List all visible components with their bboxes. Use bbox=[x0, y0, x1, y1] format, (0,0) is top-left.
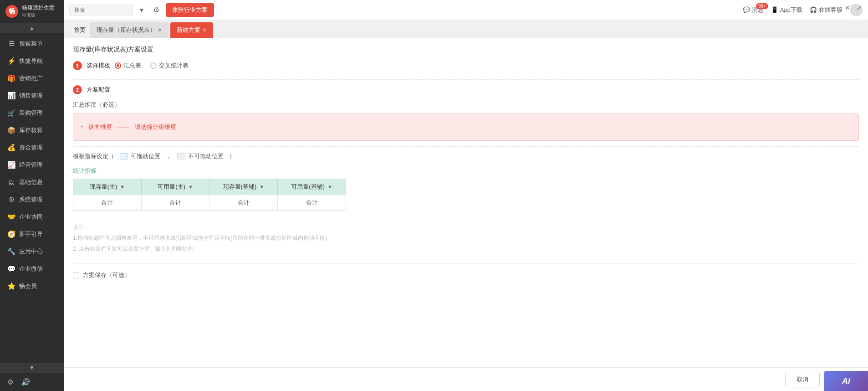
cooperation-icon: 🤝 bbox=[7, 213, 15, 221]
tab-new-schema[interactable]: 新建方案 ✕ bbox=[170, 22, 213, 38]
close-window-button[interactable]: ✕ bbox=[842, 3, 853, 13]
message-action[interactable]: 💬 消息 99+ bbox=[743, 6, 764, 14]
indicator-separator: ， bbox=[166, 152, 172, 160]
tip-0: 1.拖动标题栏可以调整布局，不可跨维度或指标区域拖动栏目字段(只能在同一维度或指… bbox=[73, 232, 859, 243]
management-icon: 📈 bbox=[7, 161, 15, 169]
stats-col-0[interactable]: 现存量(主) ▼ bbox=[73, 179, 142, 195]
save-checkbox[interactable] bbox=[73, 272, 79, 278]
sidebar-item-search-menu[interactable]: ☰ 搜索菜单 bbox=[0, 35, 64, 52]
radio-summary-dot bbox=[117, 64, 119, 67]
tab-inventory[interactable]: 现存量（库存状况表） ✕ bbox=[90, 22, 168, 38]
sidebar-item-inventory[interactable]: 📦 库存核算 bbox=[0, 122, 64, 139]
tab-inventory-label: 现存量（库存状况表） bbox=[97, 26, 156, 34]
sidebar-item-sales[interactable]: 📊 销售管理 bbox=[0, 87, 64, 104]
section-choose-template: 1 选择模板 汇总表 交叉统计表 bbox=[73, 61, 859, 70]
sidebar-item-system[interactable]: ⚙ 系统管理 bbox=[0, 191, 64, 208]
basic-info-icon: 🗂 bbox=[7, 178, 15, 186]
sidebar-item-label: 畅会员 bbox=[19, 282, 37, 290]
sidebar-item-label: 应用中心 bbox=[19, 247, 43, 256]
stats-section-label: 统计指标 bbox=[73, 167, 859, 175]
sidebar-scroll-down[interactable]: ▼ bbox=[0, 363, 64, 373]
template-radio-group: 汇总表 交叉统计表 bbox=[115, 62, 189, 70]
stats-col-2-chevron: ▼ bbox=[259, 184, 264, 190]
stats-col-1[interactable]: 可用量(主) ▼ bbox=[142, 179, 210, 195]
agg-dim-label: 汇总维度（必选） bbox=[73, 101, 859, 109]
sidebar-item-label: 采购管理 bbox=[19, 109, 43, 117]
sidebar-item-label: 系统管理 bbox=[19, 196, 43, 204]
step2-label: 方案配置 bbox=[87, 86, 110, 94]
radio-summary-circle bbox=[115, 62, 121, 69]
tab-new-schema-close[interactable]: ✕ bbox=[202, 27, 207, 33]
tab-inventory-close[interactable]: ✕ bbox=[158, 27, 162, 33]
main-area: ▼ ⚙ 体验行业方案 💬 消息 99+ 📱 App下载 🎧 在线客服 首页 现存… bbox=[64, 0, 868, 391]
draggable-label: 可拖动位置 bbox=[131, 152, 160, 160]
sidebar-item-label: 销售管理 bbox=[19, 92, 43, 100]
sidebar-item-basic-info[interactable]: 🗂 基础信息 bbox=[0, 174, 64, 191]
finance-icon: 💰 bbox=[7, 144, 15, 152]
topbar: ▼ ⚙ 体验行业方案 💬 消息 99+ 📱 App下载 🎧 在线客服 bbox=[64, 0, 868, 20]
topbar-dropdown-button[interactable]: ▼ bbox=[137, 5, 147, 15]
stats-col-2[interactable]: 现存量(基辅) ▼ bbox=[210, 179, 278, 195]
sidebar-scroll-up[interactable]: ▲ bbox=[0, 23, 64, 33]
sales-icon: 📊 bbox=[7, 92, 15, 100]
stats-col-3[interactable]: 可用量(基辅) ▼ bbox=[278, 179, 346, 195]
radio-cross-circle bbox=[150, 62, 157, 69]
stats-table-row-0: 合计 合计 合计 合计 bbox=[73, 195, 346, 211]
non-draggable-indicator: 不可拖动位置 bbox=[177, 152, 224, 160]
topbar-search-input[interactable] bbox=[69, 5, 133, 15]
cancel-button[interactable]: 取消 bbox=[785, 372, 820, 387]
phone-icon: 📱 bbox=[771, 6, 778, 13]
sidebar-item-label: 企业微信 bbox=[19, 265, 43, 273]
settings-icon[interactable]: ⚙ bbox=[7, 378, 14, 386]
sidebar-item-wechat[interactable]: 💬 企业微信 bbox=[0, 260, 64, 278]
sidebar-item-label: 资金管理 bbox=[19, 144, 43, 152]
sidebar: 畅 畅康通好生意 标准版 ▲ ☰ 搜索菜单 ⚡ 快捷导航 🎁 营销推广 📊 销售… bbox=[0, 0, 64, 391]
agg-dim-box[interactable]: * 纵向维度 —— 请选择分组维度 bbox=[73, 113, 859, 141]
schema-content: 现存量(库存状况表)方案设置 1 选择模板 汇总表 bbox=[64, 38, 868, 367]
sidebar-item-app-center[interactable]: 🔧 应用中心 bbox=[0, 243, 64, 260]
customer-service-action[interactable]: 🎧 在线客服 bbox=[810, 6, 842, 14]
sidebar-item-finance[interactable]: 💰 资金管理 bbox=[0, 139, 64, 156]
sound-icon[interactable]: 🔊 bbox=[21, 378, 30, 386]
trial-button[interactable]: 体验行业方案 bbox=[166, 3, 214, 17]
sidebar-item-management[interactable]: 📈 经营管理 bbox=[0, 156, 64, 174]
stats-col-1-chevron: ▼ bbox=[188, 184, 193, 190]
sidebar-item-purchase[interactable]: 🛒 采购管理 bbox=[0, 104, 64, 122]
sidebar-menu: ☰ 搜索菜单 ⚡ 快捷导航 🎁 营销推广 📊 销售管理 🛒 采购管理 📦 库存核… bbox=[0, 33, 64, 363]
non-draggable-label: 不可拖动位置 bbox=[188, 152, 224, 160]
stats-cell-0-0: 合计 bbox=[73, 195, 142, 211]
radio-summary-label: 汇总表 bbox=[123, 62, 141, 70]
sidebar-item-vip[interactable]: ⭐ 畅会员 bbox=[0, 278, 64, 295]
app-download-action[interactable]: 📱 App下载 bbox=[771, 6, 802, 14]
ai-badge[interactable]: Ai bbox=[824, 371, 868, 391]
radio-summary-table[interactable]: 汇总表 bbox=[115, 62, 141, 70]
sidebar-item-label: 营销推广 bbox=[19, 74, 43, 82]
sidebar-item-label: 经营管理 bbox=[19, 161, 43, 169]
topbar-gear-button[interactable]: ⚙ bbox=[150, 5, 162, 15]
tab-new-schema-label: 新建方案 bbox=[177, 26, 200, 34]
template-indicator: 模板指标设定（ 可拖动位置 ， 不可拖动位置 ） bbox=[73, 152, 859, 160]
tips-section: 提示： 1.拖动标题栏可以调整布局，不可跨维度或指标区域拖动栏目字段(只能在同一… bbox=[73, 221, 859, 254]
sidebar-item-label: 基础信息 bbox=[19, 178, 43, 186]
window-controls: ✕ ⤢ bbox=[839, 0, 868, 15]
step1-badge: 1 bbox=[73, 61, 82, 70]
dim-separator: —— bbox=[117, 124, 129, 131]
sidebar-item-label: 新手引导 bbox=[19, 230, 43, 238]
purchase-icon: 🛒 bbox=[7, 109, 15, 117]
sidebar-item-marketing[interactable]: 🎁 营销推广 bbox=[0, 70, 64, 87]
section2-header: 2 方案配置 bbox=[73, 85, 859, 94]
logo-icon: 畅 bbox=[5, 5, 18, 18]
tab-home[interactable]: 首页 bbox=[69, 22, 90, 38]
sidebar-item-cooperation[interactable]: 🤝 企业协同 bbox=[0, 208, 64, 226]
sidebar-item-guide[interactable]: 🧭 新手引导 bbox=[0, 226, 64, 243]
radio-cross-table[interactable]: 交叉统计表 bbox=[150, 62, 189, 70]
section1-header: 1 选择模板 汇总表 交叉统计表 bbox=[73, 61, 859, 70]
indicator-end: ） bbox=[229, 152, 235, 160]
expand-window-button[interactable]: ⤢ bbox=[854, 3, 864, 13]
sidebar-item-quick-nav[interactable]: ⚡ 快捷导航 bbox=[0, 52, 64, 70]
sidebar-footer: ⚙ 🔊 bbox=[0, 373, 64, 391]
template-indicator-prefix: 模板指标设定（ bbox=[73, 152, 114, 160]
app-version: 标准版 bbox=[22, 12, 55, 18]
content-area: 现存量(库存状况表)方案设置 1 选择模板 汇总表 bbox=[64, 38, 868, 367]
stats-col-2-label: 现存量(基辅) bbox=[223, 183, 257, 191]
